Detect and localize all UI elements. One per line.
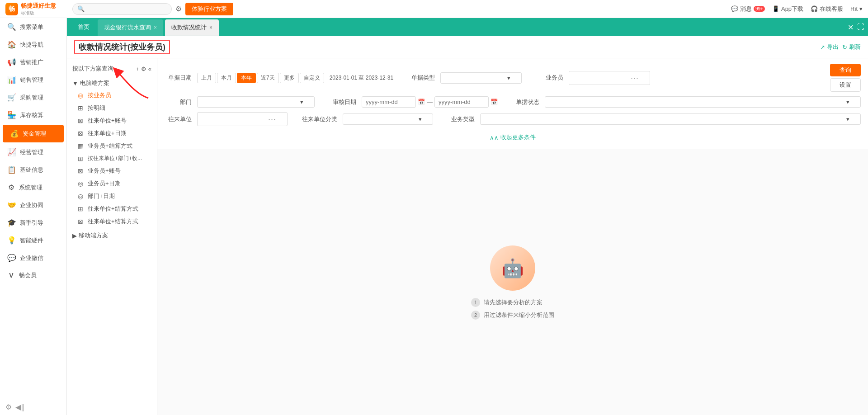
dept-select[interactable]: ▾ [197,96,315,108]
message-badge: 99+ [754,6,765,12]
sidebar-item-collab[interactable]: 🤝 企业协同 [0,196,66,214]
scheme-item-0[interactable]: ◎ 按业务员 [67,89,157,102]
inventory-icon: 🏪 [7,111,16,119]
tab-bank-flow[interactable]: 现金银行流水查询 × [98,19,163,36]
scheme-group-pc-title[interactable]: ▼ 电脑端方案 [67,77,157,89]
empty-robot-icon: 🤖 [490,245,535,291]
wxwork-icon: 💬 [7,254,16,262]
biz-type-select[interactable]: ▾ [480,113,861,125]
user-item[interactable]: Rit ▾ [850,5,863,12]
app-download-item[interactable]: 📱 App下载 [772,5,803,13]
scheme-icon-6: ⊠ [78,167,85,174]
collapse-button[interactable]: ∧∧ 收起更多条件 [490,131,536,144]
calendar-icon-end[interactable]: 📅 [491,99,498,105]
step-2-text: 用过滤条件来缩小分析范围 [484,311,554,319]
doc-type-label: 单据类型 [408,74,435,82]
app-download-label: App下载 [781,5,803,13]
tab-close-all-icon[interactable]: ✕ [848,23,854,32]
scheme-item-2[interactable]: ⊠ 往来单位+账号 [67,114,157,127]
partner-select[interactable]: ··· [197,112,288,126]
dots-btn-partner[interactable]: ··· [268,114,276,124]
settings-icon[interactable]: ⚙ [175,5,182,13]
salesperson-select[interactable]: ··· [569,71,650,85]
date-tab-7days[interactable]: 近7天 [257,73,279,83]
main-content: 按以下方案查询 + ⚙ « [67,58,868,415]
tab-home[interactable]: 首页 [71,18,97,36]
tab-maximize-icon[interactable]: ⛶ [857,23,864,31]
footer-settings-icon[interactable]: ⚙ [5,403,12,411]
scheme-item-10[interactable]: ⊠ 往来单位+结算方式 [67,215,157,228]
calendar-icon-start[interactable]: 📅 [418,99,425,105]
panel-collapse-icon[interactable]: « [148,66,151,72]
scheme-group-mobile-label: 移动端方案 [79,231,108,240]
scheme-item-4[interactable]: ▦ 业务员+结算方式 [67,140,157,152]
sidebar-item-marketing[interactable]: 📢 营销推广 [0,53,66,71]
date-tab-custom[interactable]: 自定义 [300,73,324,83]
scheme-item-6[interactable]: ⊠ 业务员+账号 [67,165,157,177]
scheme-label-1: 按明细 [88,104,105,112]
empty-step-1: 1 请先选择要分析的方案 [471,298,554,307]
review-date-end[interactable] [434,96,489,108]
export-button[interactable]: ↗ 导出 [820,43,839,51]
doc-status-select[interactable]: ▾ [545,96,861,108]
sidebar-item-basicinfo[interactable]: 📋 基础信息 [0,161,66,179]
sidebar-label-finance: 资金管理 [23,130,46,138]
scheme-settings-icon[interactable]: ⚙ [141,66,146,72]
tab-bank-flow-close[interactable]: × [154,24,157,31]
scheme-item-3[interactable]: ⊠ 往来单位+日期 [67,127,157,140]
scheme-item-1[interactable]: ⊞ 按明细 [67,102,157,114]
collapse-label: 收起更多条件 [500,133,536,141]
sidebar-item-inventory[interactable]: 🏪 库存核算 [0,106,66,124]
home-icon: 🏠 [7,40,16,49]
dots-btn-salesperson[interactable]: ··· [631,73,639,83]
online-service-item[interactable]: 🎧 在线客服 [811,5,843,13]
top-bar: 畅 畅捷通好生意 标准版 🔍 ⚙ 体验行业方案 💬 消息 99+ 📱 App下载… [0,0,868,18]
sidebar-item-purchase[interactable]: 🛒 采购管理 [0,89,66,106]
sidebar-item-hardware[interactable]: 💡 智能硬件 [0,231,66,249]
salesperson-label: 业务员 [536,74,563,82]
scheme-item-9[interactable]: ⊞ 往来单位+结算方式 [67,203,157,215]
sidebar-item-member[interactable]: V 畅会员 [0,267,66,284]
query-button[interactable]: 查询 [830,64,861,76]
sidebar-item-sales[interactable]: 📊 销售管理 [0,71,66,89]
filter-row-3: 往来单位 ··· 往来单位分类 ▾ 业务类型 ▾ [165,112,861,126]
scheme-icon-2: ⊠ [78,117,85,124]
refresh-button[interactable]: ↻ 刷新 [842,43,861,51]
date-tab-thisyear[interactable]: 本年 [237,73,256,83]
doc-type-select[interactable]: ▾ [440,72,522,84]
tab-bank-flow-label: 现金银行流水查询 [104,24,151,32]
date-filter-control: 上月 本月 本年 近7天 更多 自定义 2023-01-01 至 2023-12… [197,73,393,83]
scheme-group-mobile-title[interactable]: ▶ 移动端方案 [67,230,157,241]
review-date-label: 审核日期 [329,98,356,106]
add-scheme-icon[interactable]: + [136,66,139,72]
sidebar-item-search[interactable]: 🔍 搜索菜单 [0,18,66,36]
trial-button[interactable]: 体验行业方案 [185,3,233,15]
scheme-icon-0: ◎ [78,92,85,99]
panel-header: 按以下方案查询 + ⚙ « [67,62,157,75]
date-tab-lastmonth[interactable]: 上月 [197,73,216,83]
date-tab-thismonth[interactable]: 本月 [217,73,236,83]
review-date-start[interactable] [362,96,416,108]
tab-receivable-stats[interactable]: 收款情况统计 × [165,19,219,36]
footer-collapse-icon[interactable]: ◀‖ [15,403,24,411]
sidebar-item-operations[interactable]: 📈 经营管理 [0,143,66,161]
top-search[interactable]: 🔍 [72,3,172,15]
user-name: Rit [850,5,858,12]
scheme-item-5[interactable]: ⊞ 按往来单位+部门+收... [67,152,157,165]
sidebar-item-quicknav[interactable]: 🏠 快捷导航 [0,36,66,53]
scheme-label-3: 往来单位+日期 [88,129,127,137]
message-item[interactable]: 💬 消息 99+ [731,5,765,13]
sidebar-item-system[interactable]: ⚙ 系统管理 [0,179,66,196]
main-layout: 🔍 搜索菜单 🏠 快捷导航 📢 营销推广 📊 销售管理 🛒 采购管理 🏪 库存核… [0,18,868,415]
sidebar-item-wxwork[interactable]: 💬 企业微信 [0,249,66,267]
chevron-down-icon: ▾ [859,5,863,12]
settings-button[interactable]: 设置 [830,78,861,92]
date-tab-more[interactable]: 更多 [280,73,299,83]
scheme-item-7[interactable]: ◎ 业务员+日期 [67,177,157,190]
sidebar-item-finance[interactable]: 💰 资金管理 [3,125,64,142]
partner-category-select[interactable]: ▾ [343,113,433,125]
scheme-item-8[interactable]: ◎ 部门+日期 [67,190,157,203]
logo: 畅 畅捷通好生意 标准版 [5,2,69,16]
sidebar-item-guide[interactable]: 🎓 新手引导 [0,214,66,231]
tab-receivable-stats-close[interactable]: × [209,24,212,31]
